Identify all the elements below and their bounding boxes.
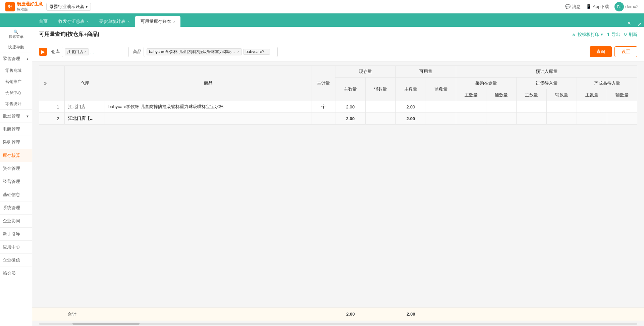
cell-prod-main-1 (577, 101, 607, 113)
sidebar-item-purchase[interactable]: 采购管理 (0, 136, 32, 149)
chevron-down-icon: ▼ (26, 114, 29, 118)
th-purchase-sub: 采购在途量 (456, 78, 517, 89)
th-purchase-aux: 辅数量 (486, 89, 517, 101)
product-input[interactable]: babycare学饮杯 儿童防摔防撞吸管杯重力球吸嘴杯宝宝水杯 × babyca… (144, 47, 278, 57)
top-bar: 好 畅捷通好生意 标准版 母婴行业演示账套 ▾ 💬 消息 📱 App下载 Ea … (0, 0, 644, 13)
phone-icon: 📱 (586, 4, 591, 9)
warehouse-label: 仓库 (51, 49, 60, 55)
sidebar-item-wechat[interactable]: 企业微信 (0, 254, 32, 267)
th-avail-main: 主数量 (396, 78, 426, 101)
logo-icon: 好 (5, 2, 15, 11)
sidebar-sub-retail-stats[interactable]: 零售统计 (0, 98, 32, 109)
app-download-button[interactable]: 📱 App下载 (586, 4, 609, 10)
cell-prod-aux-1 (607, 101, 637, 113)
chevron-up-icon: ▲ (26, 57, 29, 61)
close-tab-available-stock[interactable]: × (173, 19, 175, 24)
scroll-track (39, 323, 637, 325)
filter-buttons: 查询 设置 (590, 46, 637, 57)
cell-stock-main-1: 2.00 (335, 101, 366, 113)
message-label: 消息 (572, 4, 581, 10)
company-selector[interactable]: 母婴行业演示账套 ▾ (46, 3, 91, 11)
th-stock-group: 现存量 (335, 66, 396, 78)
cell-product-1: babycare学饮杯 儿童防摔防撞吸管杯重力球吸嘴杯宝宝水杯 (105, 101, 312, 113)
sidebar-item-app-center[interactable]: 应用中心 (0, 241, 32, 254)
th-row-num (51, 66, 65, 101)
settings-icon[interactable]: ⚙ (43, 81, 47, 86)
sidebar-item-collab[interactable]: 企业协同 (0, 215, 32, 228)
sidebar-item-finance[interactable]: 资金管理 (0, 162, 32, 175)
search-label: 搜索菜单 (3, 34, 29, 39)
cell-unit-2 (312, 113, 335, 125)
cell-num-2: 2 (51, 113, 65, 125)
search-icon: 🔍 (13, 30, 18, 34)
close-all-tabs[interactable]: × (623, 20, 635, 27)
tab-receivables[interactable]: 收发存汇总表 × (53, 16, 94, 27)
export-button[interactable]: ⬆ 导出 (606, 32, 620, 38)
tab-available-stock[interactable]: 可用量库存账本 × (135, 16, 180, 27)
sidebar-sub-retail-mall[interactable]: 零售商城 (0, 65, 32, 76)
sidebar-item-ecommerce[interactable]: 电商管理 (0, 123, 32, 136)
sidebar-sub-marketing[interactable]: 营销推广 (0, 76, 32, 87)
top-bar-right: 💬 消息 📱 App下载 Ea demo2 (565, 2, 639, 11)
scroll-thumb[interactable] (72, 323, 140, 325)
sidebar-item-basic-info[interactable]: 基础信息 (0, 188, 32, 201)
close-tab-receivables[interactable]: × (87, 19, 89, 24)
sidebar-quick-nav[interactable]: 快捷导航 (0, 42, 32, 52)
table-container: ⚙ 仓库 商品 主计量 现存量 可用量 预计入库量 主数量 辅数量 主数量 (32, 61, 644, 307)
cell-pur-main-1 (456, 101, 486, 113)
sidebar-item-retail[interactable]: 零售管理 ▲ (0, 52, 32, 65)
total-stock-main: 2.00 (335, 311, 366, 317)
more-options[interactable]: ... (90, 49, 94, 54)
tab-home[interactable]: 首页 (34, 16, 53, 27)
total-avail-main: 2.00 (396, 311, 426, 317)
remove-product-tag-1[interactable]: × (237, 49, 239, 54)
cell-product-2 (105, 113, 312, 125)
refresh-button[interactable]: ↻ 刷新 (624, 32, 637, 38)
logo-area: 好 畅捷通好生意 标准版 (5, 1, 43, 12)
print-icon: 🖨 (572, 32, 576, 37)
close-tab-order-stats[interactable]: × (127, 19, 129, 24)
query-button[interactable]: 查询 (590, 46, 612, 57)
cell-avail-main-1: 2.00 (396, 101, 426, 113)
product-filter: 商品 babycare学饮杯 儿童防摔防撞吸管杯重力球吸嘴杯宝宝水杯 × bab… (133, 47, 278, 57)
product-label: 商品 (133, 49, 142, 55)
user-menu[interactable]: Ea demo2 (614, 2, 639, 11)
th-incoming-main: 主数量 (517, 89, 547, 101)
sidebar-item-system[interactable]: 系统管理 (0, 201, 32, 215)
th-production-aux: 辅数量 (607, 89, 637, 101)
cell-avail-main-2: 2.00 (396, 113, 426, 125)
tab-order-stats[interactable]: 要货单统计表 × (94, 16, 135, 27)
cell-stock-aux-1 (366, 101, 396, 113)
main-layout: 🔍 搜索菜单 快捷导航 零售管理 ▲ 零售商城 营销推广 会员中心 零售统计 批… (0, 27, 644, 326)
export-icon: ⬆ (606, 32, 610, 37)
cell-unit-1: 个 (312, 101, 335, 113)
sidebar-item-member[interactable]: 畅会员 (0, 267, 32, 280)
sidebar-group-retail: 零售管理 ▲ 零售商城 营销推广 会员中心 零售统计 (0, 52, 32, 110)
cell-pur-aux-2 (486, 113, 517, 125)
message-button[interactable]: 💬 消息 (565, 4, 581, 10)
user-name: demo2 (625, 4, 639, 9)
app-label: App下载 (593, 4, 609, 10)
print-button[interactable]: 🖨 按模板打印 ▾ (572, 32, 603, 38)
cell-num-1: 1 (51, 101, 65, 113)
product-tag-2: babycare?... (243, 49, 270, 55)
cell-pur-aux-1 (486, 101, 517, 113)
expand-icon[interactable]: ⤢ (635, 22, 644, 27)
sidebar-item-guide[interactable]: 新手引导 (0, 228, 32, 241)
warehouse-input[interactable]: 江北门店 × ... (62, 47, 129, 57)
sidebar-item-operations[interactable]: 经营管理 (0, 175, 32, 188)
remove-warehouse-tag[interactable]: × (84, 49, 87, 54)
sidebar-item-wholesale[interactable]: 批发管理 ▼ (0, 110, 32, 123)
setting-button[interactable]: 设置 (614, 46, 637, 57)
th-available-group: 可用量 (396, 66, 456, 78)
sidebar-item-inventory[interactable]: 库存核算 (0, 149, 32, 162)
filter-toggle-button[interactable]: ▶ (39, 48, 47, 56)
horizontal-scrollbar[interactable] (32, 321, 644, 326)
sidebar-sub-members[interactable]: 会员中心 (0, 87, 32, 98)
sidebar: 🔍 搜索菜单 快捷导航 零售管理 ▲ 零售商城 营销推广 会员中心 零售统计 批… (0, 27, 32, 326)
warehouse-tag: 江北门店 × (65, 48, 89, 55)
cell-avail-aux-1 (426, 101, 456, 113)
cell-settings-1 (39, 101, 51, 113)
sidebar-search[interactable]: 🔍 搜索菜单 (0, 27, 32, 42)
th-product: 商品 (105, 66, 312, 101)
